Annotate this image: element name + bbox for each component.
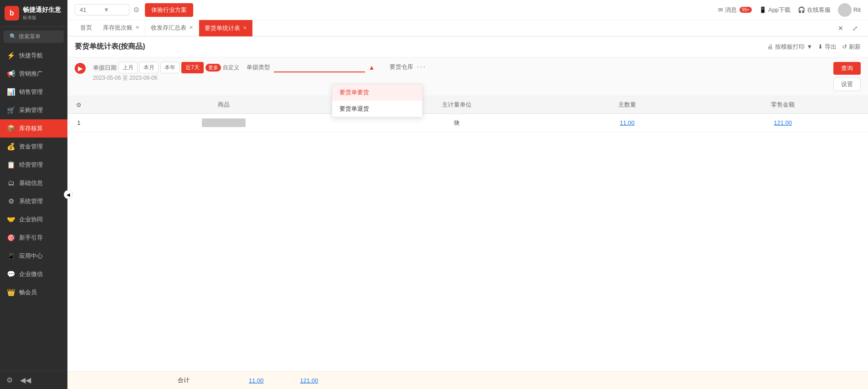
sidebar-item-quick-nav[interactable]: ⚡ 快捷导航 xyxy=(0,46,67,65)
sidebar-item-basics[interactable]: 🗂 基础信息 xyxy=(0,174,67,192)
footer-label: 合计 xyxy=(178,376,190,384)
export-label: 导出 xyxy=(825,43,837,51)
dropdown-item-order-goods[interactable]: 要货单要货 xyxy=(332,84,422,101)
quick-nav-icon: ⚡ xyxy=(6,51,15,60)
tab-order-stats-label: 要货单统计表 xyxy=(205,24,240,32)
tab-order-stats[interactable]: 要货单统计表 ✕ xyxy=(199,20,252,36)
dropdown-item-order-return[interactable]: 要货单退货 xyxy=(332,101,422,117)
filter-type-label: 单据类型 xyxy=(247,63,270,72)
sidebar-item-wechat[interactable]: 💬 企业微信 xyxy=(0,265,67,283)
tab-inventory-batch-label: 库存批次账 xyxy=(103,24,133,32)
export-icon: ⬇ xyxy=(818,43,823,50)
th-amount: 零售金额 xyxy=(698,96,868,114)
tab-receivable-summary[interactable]: 收发存汇总表 ✕ xyxy=(145,20,199,36)
sales-icon: 📊 xyxy=(6,87,15,97)
filter-warehouse-label: 要货仓库 xyxy=(390,63,413,71)
settings-bottom-icon[interactable]: ⚙ xyxy=(6,376,13,384)
refresh-icon: ↺ xyxy=(842,43,847,50)
topbar-left: 41 ▼ ⚙ 体验行业方案 xyxy=(75,3,718,17)
filter-prev-month-btn[interactable]: 上月 xyxy=(118,62,138,73)
sidebar-item-sales[interactable]: 📊 销售管理 xyxy=(0,83,67,101)
print-expand-icon: ▼ xyxy=(806,43,812,50)
tabs-end: ✕ ⤢ xyxy=(835,23,861,34)
filter-custom-btn[interactable]: 自定义 xyxy=(223,64,239,72)
filter-warehouse-section: 要货仓库 ··· xyxy=(390,62,426,72)
refresh-label: 刷新 xyxy=(849,43,861,51)
collapse-icon[interactable]: ◀◀ xyxy=(20,376,31,384)
filter-type-section: 单据类型 ▲ xyxy=(247,62,375,72)
sidebar-item-label: 营销推广 xyxy=(19,70,43,78)
export-btn[interactable]: ⬇ 导出 xyxy=(818,43,837,51)
app-logo-icon: b xyxy=(5,6,19,20)
th-settings[interactable]: ⚙ xyxy=(67,96,90,114)
filter-date-label: 单据日期 xyxy=(93,64,117,72)
tab-receivable-summary-close[interactable]: ✕ xyxy=(189,25,193,31)
main-content: 41 ▼ ⚙ 体验行业方案 ✉ 消息 99+ 📱 App下载 🎧 在线客服 R xyxy=(67,0,868,389)
tab-home-label: 首页 xyxy=(80,24,92,32)
tab-inventory-batch[interactable]: 库存批次账 ✕ xyxy=(98,20,145,36)
service-item[interactable]: 🎧 在线客服 xyxy=(798,6,831,14)
sidebar-item-finance[interactable]: 💰 资金管理 xyxy=(0,138,67,156)
sidebar-item-enterprise[interactable]: 🤝 企业协同 xyxy=(0,210,67,229)
sidebar-item-system[interactable]: ⚙ 系统管理 xyxy=(0,192,67,210)
filter-type-input[interactable] xyxy=(274,62,365,72)
query-btn[interactable]: 查询 xyxy=(833,62,861,75)
guide-icon: 🎯 xyxy=(6,233,15,242)
sidebar-nav: ⚡ 快捷导航 📢 营销推广 📊 销售管理 🛒 采购管理 📦 库存核算 💰 资金管… xyxy=(0,46,67,371)
app-download-label: App下载 xyxy=(768,6,791,14)
refresh-btn[interactable]: ↺ 刷新 xyxy=(842,43,861,51)
user-name: Rit xyxy=(853,6,861,13)
topbar-gear-icon[interactable]: ⚙ xyxy=(133,5,139,14)
filter-this-month-btn[interactable]: 本月 xyxy=(139,62,159,73)
page-header: 要货单统计表(按商品) 🖨 按模板打印 ▼ ⬇ 导出 ↺ 刷新 xyxy=(67,36,868,57)
messages-item[interactable]: ✉ 消息 99+ xyxy=(718,6,752,14)
trial-btn[interactable]: 体验行业方案 xyxy=(145,3,193,17)
sidebar-item-member[interactable]: 👑 畅会员 xyxy=(0,283,67,302)
sidebar-item-label: 企业微信 xyxy=(19,270,43,278)
sidebar-item-marketing[interactable]: 📢 营销推广 xyxy=(0,65,67,83)
sidebar-item-inventory[interactable]: 📦 库存核算 xyxy=(0,119,67,138)
filter-bar: ▶ 单据日期 上月 本月 本年 近7天 更多 自定义 2023-05-06 至 … xyxy=(67,57,868,96)
th-qty: 主数量 xyxy=(557,96,698,114)
sidebar-search[interactable]: 🔍 搜索菜单 xyxy=(4,31,64,43)
settings-btn[interactable]: 设置 xyxy=(833,77,861,91)
messages-badge: 99+ xyxy=(740,7,752,13)
sidebar-item-apps[interactable]: 📱 应用中心 xyxy=(0,247,67,265)
marketing-icon: 📢 xyxy=(6,69,15,78)
table-row: 1 ██████ 块 11.00 121.00 xyxy=(67,114,868,132)
filter-date-range: 2023-05-06 至 2023-06-06 xyxy=(93,74,239,82)
filter-this-year-btn[interactable]: 本年 xyxy=(160,62,180,73)
tabs-expand-btn[interactable]: ⤢ xyxy=(850,23,861,34)
table-container: ⚙ 商品 主计量单位 主数量 零售金额 1 ██████ 块 11.00 xyxy=(67,96,868,371)
sidebar-item-guide[interactable]: 🎯 新手引导 xyxy=(0,229,67,247)
user-item[interactable]: Rit xyxy=(838,3,861,17)
sidebar-item-purchase[interactable]: 🛒 采购管理 xyxy=(0,101,67,119)
member-icon: 👑 xyxy=(6,288,15,297)
settings-icon: ⚙ xyxy=(76,102,82,108)
service-icon: 🎧 xyxy=(798,6,805,13)
tab-order-stats-close[interactable]: ✕ xyxy=(243,25,247,31)
filter-actions: 查询 设置 xyxy=(833,62,861,91)
sidebar-item-operations[interactable]: 📋 经营管理 xyxy=(0,156,67,174)
sidebar-item-label: 经营管理 xyxy=(19,161,43,169)
tabs-bar: 首页 库存批次账 ✕ 收发存汇总表 ✕ 要货单统计表 ✕ ✕ ⤢ xyxy=(67,20,868,36)
tab-inventory-batch-close[interactable]: ✕ xyxy=(135,25,139,31)
filter-warehouse-dots[interactable]: ··· xyxy=(417,62,426,72)
cell-amount-link[interactable]: 121.00 xyxy=(774,119,792,126)
cell-qty-link[interactable]: 11.00 xyxy=(620,119,635,126)
filter-toggle-btn[interactable]: ▶ xyxy=(75,63,86,74)
tab-home[interactable]: 首页 xyxy=(75,20,98,36)
company-selector[interactable]: 41 ▼ xyxy=(75,4,129,15)
data-table: ⚙ 商品 主计量单位 主数量 零售金额 1 ██████ 块 11.00 xyxy=(67,96,868,132)
filter-more-badge[interactable]: 更多 xyxy=(205,64,221,72)
sidebar-bottom: ⚙ ◀◀ xyxy=(0,371,67,389)
print-template-btn[interactable]: 🖨 按模板打印 ▼ xyxy=(767,43,812,51)
page-actions: 🖨 按模板打印 ▼ ⬇ 导出 ↺ 刷新 xyxy=(767,43,861,51)
app-download-item[interactable]: 📱 App下载 xyxy=(759,6,791,14)
table-footer: 合计 11.00 121.00 xyxy=(67,371,868,389)
sidebar-item-label: 应用中心 xyxy=(19,252,43,260)
sidebar-collapse-btn[interactable]: ◀ xyxy=(64,190,73,199)
filter-type-chevron-icon[interactable]: ▲ xyxy=(369,64,375,71)
tabs-close-all-btn[interactable]: ✕ xyxy=(835,23,846,34)
filter-last-7days-btn[interactable]: 近7天 xyxy=(181,62,204,73)
